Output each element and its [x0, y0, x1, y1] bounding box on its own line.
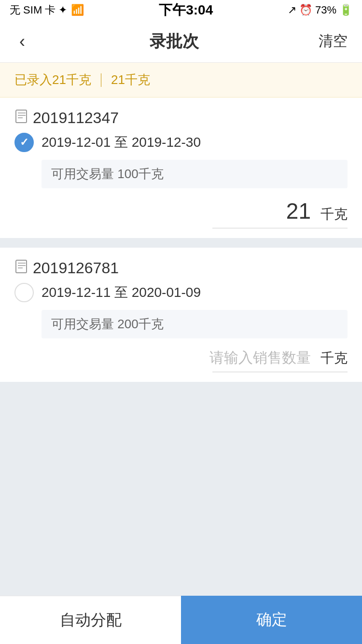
banner: 已录入21千克 21千克	[0, 63, 362, 98]
auto-distribute-button[interactable]: 自动分配	[0, 596, 181, 644]
batch1-amount-line: 21 千克	[14, 188, 348, 228]
batch2-icon	[14, 259, 29, 277]
bottom-bar: 自动分配 确定	[0, 596, 362, 644]
batch1-id: 2019112347	[33, 109, 119, 127]
nav-bar: ‹ 录批次 清空	[0, 20, 362, 63]
batch1-id-row: 2019112347	[14, 109, 348, 127]
batch1-radio[interactable]	[14, 133, 34, 152]
batch1-date-row[interactable]: 2019-12-01 至 2019-12-30	[14, 133, 348, 152]
batch1-amount-value: 21	[286, 198, 311, 224]
batch1-card: 2019112347 2019-12-01 至 2019-12-30 可用交易量…	[0, 98, 362, 188]
location-icon: ↗	[288, 4, 296, 16]
batch1-available: 可用交易量 100千克	[42, 160, 348, 188]
batch1-amount-section: 21 千克	[0, 188, 362, 238]
status-left: 无 SIM 卡 ✦ 📶	[10, 3, 84, 17]
batch2-id: 2019126781	[33, 259, 119, 277]
sim-text: 无 SIM 卡 ✦	[10, 3, 67, 17]
total-label: 21千克	[111, 71, 150, 88]
wifi-icon: 📶	[71, 4, 84, 16]
batch2-available: 可用交易量 200千克	[42, 310, 348, 338]
svg-rect-0	[16, 110, 27, 123]
batch2-date-row[interactable]: 2019-12-11 至 2020-01-09	[14, 283, 348, 302]
batch2-date: 2019-12-11 至 2020-01-09	[42, 283, 201, 302]
batch2-avail-wrap: 可用交易量 200千克	[14, 310, 348, 338]
batch2-radio[interactable]	[14, 283, 34, 302]
battery-icon: 🔋	[339, 4, 352, 16]
status-bar: 无 SIM 卡 ✦ 📶 下午3:04 ↗ ⏰ 73% 🔋	[0, 0, 362, 20]
svg-rect-4	[16, 260, 27, 273]
batch2-input-placeholder: 请输入销售数量	[209, 348, 311, 368]
status-right: ↗ ⏰ 73% 🔋	[288, 4, 352, 16]
confirm-button[interactable]: 确定	[181, 596, 362, 644]
page-title: 录批次	[150, 30, 199, 53]
banner-divider	[101, 73, 101, 87]
recorded-label: 已录入21千克	[14, 71, 91, 88]
battery-text: 73%	[315, 4, 336, 16]
batch1-date: 2019-12-01 至 2019-12-30	[42, 133, 201, 152]
section-separator	[0, 238, 362, 248]
empty-area	[0, 382, 362, 614]
alarm-icon: ⏰	[299, 4, 312, 16]
batch2-card: 2019126781 2019-12-11 至 2020-01-09 可用交易量…	[0, 248, 362, 338]
batch1-avail-wrap: 可用交易量 100千克	[14, 160, 348, 188]
batch1-amount-unit: 千克	[320, 205, 348, 224]
clear-button[interactable]: 清空	[319, 31, 348, 51]
batch2-id-row: 2019126781	[14, 259, 348, 277]
batch2-input-unit: 千克	[320, 349, 348, 367]
batch1-icon	[14, 109, 29, 127]
batch2-input-section: 请输入销售数量 千克	[0, 338, 362, 382]
back-button[interactable]: ‹	[14, 27, 30, 56]
status-time: 下午3:04	[159, 1, 213, 19]
batch2-input-line[interactable]: 请输入销售数量 千克	[14, 338, 348, 372]
